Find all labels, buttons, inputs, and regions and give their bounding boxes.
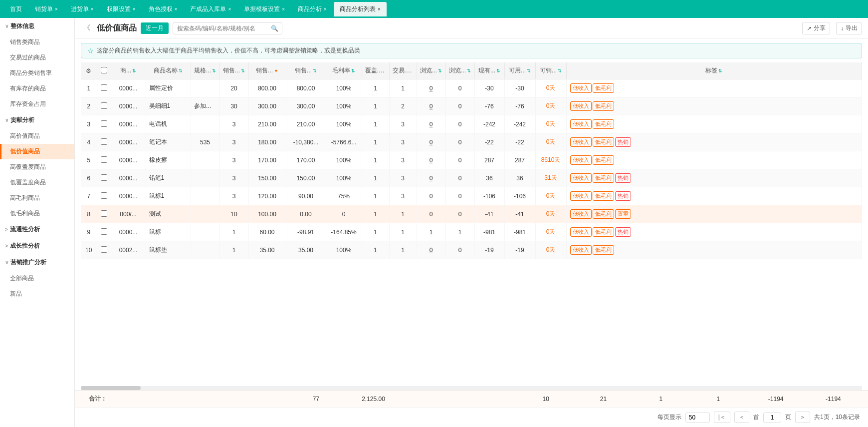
nav-product-analysis-list[interactable]: 商品分析列表 ×: [334, 2, 387, 16]
sidebar-item-new-products[interactable]: 新品: [0, 286, 74, 302]
cell-check[interactable]: [97, 169, 111, 187]
nav-close-icon[interactable]: ×: [175, 6, 178, 12]
sidebar-section-marketing[interactable]: ∨ 营销推广分析: [0, 254, 74, 271]
sidebar-item-high-value[interactable]: 高价值商品: [0, 128, 74, 144]
view1-link[interactable]: 0: [430, 157, 433, 164]
nav-close-icon[interactable]: ×: [378, 6, 381, 12]
next-page-button[interactable]: ＞: [795, 412, 810, 423]
cell-tags: 低收入低毛利: [566, 115, 862, 133]
sidebar-item-sales-products[interactable]: 销售类商品: [0, 34, 74, 50]
nav-close-icon[interactable]: ×: [228, 6, 231, 12]
sidebar-item-category-sales-rate[interactable]: 商品分类销售率: [0, 65, 74, 81]
nav-product-analysis[interactable]: 商品分析 ×: [292, 2, 333, 16]
nav-home[interactable]: 首页: [4, 2, 28, 16]
cell-check[interactable]: [97, 115, 111, 133]
th-name[interactable]: 商品名称⇅: [146, 62, 191, 79]
th-sales-qty[interactable]: 销售...⇅: [219, 62, 248, 79]
sidebar-section-growth[interactable]: > 成长性分析: [0, 238, 74, 254]
search-icon[interactable]: 🔍: [271, 25, 278, 32]
row-checkbox[interactable]: [101, 174, 107, 181]
th-cover[interactable]: 覆盖...⇅: [362, 62, 389, 79]
export-icon: ↓: [841, 25, 844, 32]
horizontal-scrollbar[interactable]: [81, 386, 862, 390]
sidebar-item-low-coverage[interactable]: 低覆盖度商品: [0, 175, 74, 190]
view1-link[interactable]: 0: [430, 193, 433, 200]
th-settings[interactable]: ⚙: [81, 62, 97, 79]
sidebar-section-circulation[interactable]: > 流通性分析: [0, 221, 74, 238]
cell-check[interactable]: [97, 223, 111, 241]
share-button[interactable]: ↗ 分享: [802, 22, 830, 34]
th-gross-rate[interactable]: 毛利率⇅: [326, 62, 362, 79]
cell-available: -22: [504, 133, 535, 151]
nav-sales-order[interactable]: 销货单 ×: [29, 2, 64, 16]
per-page-select[interactable]: 50 100 200: [685, 413, 710, 423]
row-checkbox[interactable]: [101, 156, 107, 163]
cell-check[interactable]: [97, 187, 111, 205]
cell-sales-amt: 150.00: [248, 169, 286, 187]
sidebar-item-all-products[interactable]: 全部商品: [0, 271, 74, 286]
th-code[interactable]: 商...⇅: [111, 62, 146, 79]
th-sales-amt[interactable]: 销售...▼: [248, 62, 286, 79]
row-checkbox[interactable]: [101, 120, 107, 127]
th-view2[interactable]: 浏览...⇅: [445, 62, 474, 79]
row-checkbox[interactable]: [101, 210, 107, 217]
row-checkbox[interactable]: [101, 102, 107, 109]
nav-purchase-order[interactable]: 进货单 ×: [65, 2, 100, 16]
cell-check[interactable]: [97, 133, 111, 151]
row-checkbox[interactable]: [101, 228, 107, 235]
view1-link[interactable]: 0: [430, 211, 433, 218]
nav-permission[interactable]: 权限设置 ×: [101, 2, 142, 16]
view1-link[interactable]: 0: [430, 85, 433, 92]
nav-close-icon[interactable]: ×: [324, 6, 327, 12]
sidebar-item-high-margin[interactable]: 高毛利商品: [0, 190, 74, 206]
first-page-button[interactable]: |＜: [714, 412, 730, 423]
sidebar-item-traded-products[interactable]: 交易过的商品: [0, 50, 74, 65]
view1-link[interactable]: 1: [430, 229, 433, 236]
export-button[interactable]: ↓ 导出: [836, 22, 862, 34]
view1-link[interactable]: 0: [430, 103, 433, 110]
th-check[interactable]: [97, 62, 111, 79]
sidebar-collapse-button[interactable]: 《: [81, 23, 93, 33]
view1-link[interactable]: 0: [430, 175, 433, 182]
row-checkbox[interactable]: [101, 192, 107, 199]
view1-link[interactable]: 0: [430, 121, 433, 128]
nav-close-icon[interactable]: ×: [282, 6, 285, 12]
cell-check[interactable]: [97, 241, 111, 259]
th-trade[interactable]: 交易...⇅: [389, 62, 417, 79]
cell-check[interactable]: [97, 79, 111, 97]
page-number-input[interactable]: [763, 413, 781, 423]
cell-check[interactable]: [97, 205, 111, 223]
row-checkbox[interactable]: [101, 84, 107, 91]
sidebar-item-stock-capital[interactable]: 库存资金占用: [0, 96, 74, 112]
view1-link[interactable]: 0: [430, 247, 433, 254]
th-tags[interactable]: 标签⇅: [566, 62, 862, 79]
prev-page-button[interactable]: ＜: [734, 412, 749, 423]
th-current-stock[interactable]: 现有...⇅: [474, 62, 504, 79]
select-all-checkbox[interactable]: [101, 67, 107, 73]
th-sales-x[interactable]: 销售...⇅: [286, 62, 326, 79]
th-view1[interactable]: 浏览...⇅: [417, 62, 445, 79]
sidebar-item-in-stock-products[interactable]: 有库存的商品: [0, 81, 74, 96]
row-checkbox[interactable]: [101, 246, 107, 253]
th-saleable[interactable]: 可销...⇅: [535, 62, 566, 79]
nav-close-icon[interactable]: ×: [133, 6, 136, 12]
sidebar-section-overall[interactable]: ∨ 整体信息: [0, 18, 74, 34]
nav-template-settings[interactable]: 单据模板设置 ×: [238, 2, 291, 16]
cell-check[interactable]: [97, 97, 111, 115]
row-checkbox[interactable]: [101, 138, 107, 145]
th-spec[interactable]: 规格...⇅: [191, 62, 219, 79]
sidebar-section-contribution[interactable]: ∨ 贡献分析: [0, 112, 74, 128]
nav-close-icon[interactable]: ×: [91, 6, 94, 12]
th-available[interactable]: 可用...⇅: [504, 62, 535, 79]
sidebar-item-low-margin[interactable]: 低毛利商品: [0, 206, 74, 221]
table-row: 9 0000... 鼠标 1 60.00 -98.91 -164.85% 1 1…: [81, 223, 862, 241]
nav-close-icon[interactable]: ×: [55, 6, 58, 12]
nav-role-auth[interactable]: 角色授权 ×: [143, 2, 184, 16]
time-filter-button[interactable]: 近一月: [141, 22, 169, 34]
sidebar-item-high-coverage[interactable]: 高覆盖度商品: [0, 159, 74, 175]
nav-product-inbound[interactable]: 产成品入库单 ×: [184, 2, 237, 16]
view1-link[interactable]: 0: [430, 139, 433, 146]
search-input[interactable]: [173, 22, 282, 34]
sidebar-item-low-value[interactable]: 低价值商品: [0, 144, 74, 159]
cell-check[interactable]: [97, 151, 111, 169]
